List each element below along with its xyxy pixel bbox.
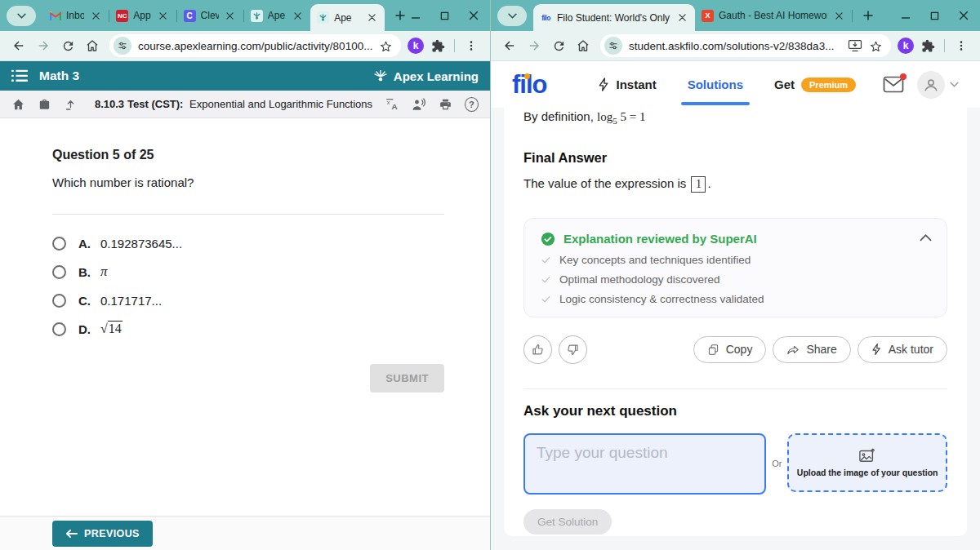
solution-body: By definition, log5 5 = 1 Final Answer T… (491, 108, 980, 550)
kami-extension-icon[interactable]: k (408, 38, 424, 54)
address-bar[interactable]: student.askfilo.com/solutions-v2/838da3.… (600, 34, 891, 57)
bookmark-star-icon[interactable] (379, 39, 393, 53)
copy-button[interactable]: Copy (693, 336, 767, 363)
forward-button[interactable] (523, 35, 545, 56)
bookmark-star-icon[interactable] (869, 39, 883, 53)
share-upload-icon[interactable] (64, 97, 78, 112)
tab-apex-active[interactable]: Ape (310, 4, 385, 31)
thumbs-up-button[interactable] (523, 335, 552, 364)
apex-logo-icon (372, 68, 389, 84)
read-aloud-icon[interactable] (412, 97, 426, 111)
messages-button[interactable] (883, 76, 904, 93)
previous-button[interactable]: PREVIOUS (52, 521, 153, 547)
nav-solutions[interactable]: Solutions (688, 78, 743, 91)
tab-search-button[interactable] (7, 6, 36, 26)
tab-close-icon[interactable] (365, 11, 378, 24)
briefcase-icon[interactable] (38, 97, 51, 112)
new-tab-button[interactable] (390, 5, 411, 26)
install-app-icon[interactable] (848, 39, 862, 52)
window-controls (901, 11, 975, 20)
account-menu[interactable] (917, 71, 959, 99)
menu-dots-icon[interactable] (461, 35, 482, 56)
tab-filo-active[interactable]: filo Filo Student: World's Only Live (533, 4, 695, 31)
forward-button[interactable] (33, 35, 54, 56)
tab-close-icon[interactable] (832, 9, 845, 22)
ask-tutor-button[interactable]: Ask tutor (858, 336, 947, 363)
ask-tutor-label: Ask tutor (889, 343, 933, 356)
home-button[interactable] (572, 35, 594, 56)
tab-gauth[interactable]: X Gauth - Best AI Homework He (695, 0, 852, 31)
translate-icon[interactable]: xA (385, 96, 399, 112)
site-info-icon[interactable] (604, 37, 622, 55)
maximize-icon[interactable] (930, 11, 939, 20)
person-icon (922, 76, 940, 94)
clever-favicon: C (184, 10, 196, 22)
filo-logo[interactable]: filo (512, 72, 547, 97)
option-b-row[interactable]: B. π (52, 263, 444, 281)
tab-search-button[interactable] (497, 6, 527, 26)
extensions-icon[interactable] (427, 35, 448, 56)
tab-close-icon[interactable] (157, 9, 170, 22)
question-input[interactable] (523, 433, 766, 495)
radio-button[interactable] (52, 237, 66, 251)
tab-close-icon[interactable] (224, 9, 237, 22)
thumbs-down-button[interactable] (559, 335, 587, 364)
nav-get-premium[interactable]: Get Premium (774, 78, 856, 92)
check-icon (541, 274, 551, 285)
kami-extension-icon[interactable]: k (898, 38, 914, 54)
tab-close-icon[interactable] (675, 11, 688, 24)
option-d-row[interactable]: D. √14 (52, 320, 444, 338)
radio-button[interactable] (52, 265, 66, 279)
tab-apex-1[interactable]: Ape (244, 0, 310, 31)
course-menu-icon[interactable] (11, 69, 28, 83)
maximize-icon[interactable] (440, 11, 449, 20)
back-button[interactable] (8, 35, 29, 56)
new-tab-button[interactable] (858, 5, 879, 26)
site-info-icon[interactable] (114, 37, 131, 55)
copy-icon (707, 344, 719, 356)
reload-button[interactable] (57, 35, 78, 56)
option-text: 0.171717... (100, 294, 162, 308)
share-button[interactable]: Share (773, 336, 850, 363)
tab-title: Inbo (66, 10, 84, 21)
definition-line: By definition, log5 5 = 1 (523, 109, 947, 126)
address-bar[interactable]: course.apexlearning.com/public/activity/… (109, 34, 401, 57)
minimize-icon[interactable] (411, 11, 421, 20)
section-divider (523, 388, 947, 389)
tab-close-icon[interactable] (89, 9, 102, 22)
collapse-button[interactable] (920, 233, 932, 242)
nc-favicon: NC (116, 10, 128, 22)
option-a-row[interactable]: A. 0.192873645... (52, 234, 444, 252)
menu-dots-icon[interactable] (951, 35, 972, 56)
close-window-icon[interactable] (469, 11, 479, 20)
final-answer-heading: Final Answer (523, 150, 947, 166)
nav-instant[interactable]: Instant (598, 78, 657, 91)
activity-title: 8.10.3Test (CST): Exponential and Logari… (95, 98, 372, 110)
solution-card: By definition, log5 5 = 1 Final Answer T… (504, 108, 967, 536)
minimize-icon[interactable] (901, 11, 911, 20)
help-icon[interactable]: ? (465, 97, 479, 112)
tab-gmail-inbox[interactable]: Inbo (42, 0, 109, 31)
tab-clever[interactable]: C Clev (177, 0, 243, 31)
question-divider (52, 214, 444, 215)
tab-nc-app[interactable]: NC App (109, 0, 176, 31)
tab-close-icon[interactable] (291, 9, 304, 22)
reload-button[interactable] (548, 35, 569, 56)
home-button[interactable] (82, 35, 103, 56)
apex-header: Math 3 Apex Learning (0, 61, 490, 91)
close-window-icon[interactable] (959, 11, 969, 20)
apex-favicon (317, 11, 329, 24)
radio-button[interactable] (52, 294, 66, 308)
upload-image-box[interactable]: Upload the image of your question (787, 433, 947, 492)
verified-badge-icon (541, 232, 555, 246)
get-solution-button[interactable]: Get Solution (523, 509, 612, 534)
lightning-icon (598, 78, 610, 91)
extensions-icon[interactable] (917, 35, 938, 56)
submit-button[interactable]: SUBMIT (370, 364, 444, 393)
chevron-down-icon (17, 13, 26, 19)
back-button[interactable] (499, 35, 520, 56)
home-icon[interactable] (11, 97, 25, 112)
print-icon[interactable] (439, 97, 452, 112)
radio-button[interactable] (52, 322, 66, 336)
option-c-row[interactable]: C. 0.171717... (52, 291, 444, 309)
